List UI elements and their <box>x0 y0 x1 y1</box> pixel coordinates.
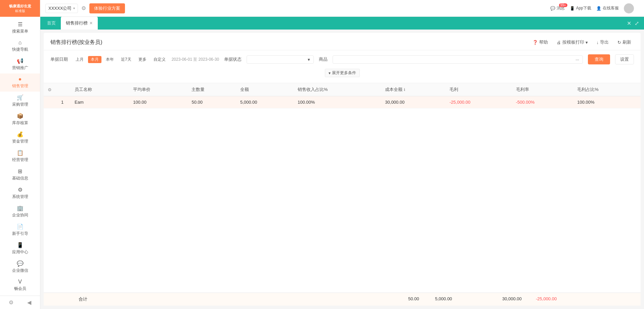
date-tab-7-days[interactable]: 近7天 <box>118 56 134 63</box>
marketing-icon: 📢 <box>17 58 24 64</box>
page-title: 销售排行榜(按业务员) <box>50 39 102 46</box>
sidebar-item-label: 营销推广 <box>12 65 28 71</box>
expand-label: 展开更多条件 <box>332 70 356 76</box>
online-service-button[interactable]: 👤 在线客服 <box>596 5 619 11</box>
search-icon: ☰ <box>18 21 23 28</box>
status-chevron-icon: ▾ <box>308 57 310 62</box>
tab-sales-rank[interactable]: 销售排行榜 ✕ <box>61 17 98 30</box>
row-qty: 50.00 <box>187 96 236 108</box>
footer-amount: 5,000.00 <box>435 296 465 302</box>
service-icon: 👤 <box>596 6 601 11</box>
col-qty: 主数量 <box>187 83 236 96</box>
sidebar-item-label: 搜索菜单 <box>12 29 28 34</box>
date-tabs: 上月 本月 本年 近7天 更多 自定义 2023-06-01 至 2023-06… <box>73 56 219 63</box>
col-avg-price: 平均单价 <box>129 83 187 96</box>
gear-icon[interactable]: ⚙ <box>81 5 86 11</box>
col-settings[interactable]: ⚙ <box>44 83 57 96</box>
col-amount: 全额 <box>236 83 294 96</box>
query-button[interactable]: 查询 <box>588 54 610 64</box>
footer-profit-rate <box>569 296 603 302</box>
export-icon: ↓ <box>597 40 599 45</box>
table-header: ⚙ 员工名称 平均单价 主数量 全额 销售收入占比% 成本全额 ℹ 毛利 毛利率… <box>44 83 641 96</box>
row-avg-price: 100.00 <box>129 96 187 108</box>
inventory-icon: 📦 <box>17 113 24 119</box>
tab-home[interactable]: 首页 <box>42 17 61 30</box>
message-button[interactable]: 💬 消息 99+ <box>550 5 565 11</box>
date-tab-more[interactable]: 更多 <box>136 56 149 63</box>
row-profit-rate: -500.00% <box>512 96 573 108</box>
quick-nav-icon: ⌂ <box>18 40 22 46</box>
table-footer: 合计 50.00 5,000.00 30,000.00 -25,000.00 <box>44 293 641 306</box>
print-label: 按模板打印 <box>562 39 584 45</box>
date-tab-this-year[interactable]: 本年 <box>103 56 117 63</box>
sidebar-item-label: 库存核算 <box>12 120 28 126</box>
sidebar-item-label: 经营管理 <box>12 157 28 163</box>
export-button[interactable]: ↓ 导出 <box>594 38 612 47</box>
date-tab-this-month[interactable]: 本月 <box>88 56 101 63</box>
sidebar-item-marketing[interactable]: 📢 营销推广 <box>0 55 40 73</box>
status-select[interactable]: ▾ <box>247 55 314 64</box>
row-settings[interactable] <box>44 96 57 108</box>
sidebar-item-operation[interactable]: 📋 经营管理 <box>0 147 40 165</box>
sidebar-item-guide[interactable]: 📄 新手引导 <box>0 221 40 239</box>
tab-bar: 首页 销售排行榜 ✕ ✕ ⤢ <box>40 17 644 30</box>
top-header: XXXXX公司 ▾ ⚙ 体验行业方案 💬 消息 99+ 📱 App下载 👤 在线… <box>40 0 644 17</box>
print-button[interactable]: 🖨 按模板打印 ▾ <box>554 38 591 47</box>
sidebar-item-inventory[interactable]: 📦 库存核算 <box>0 110 40 128</box>
sidebar-item-label: 系统管理 <box>12 194 28 200</box>
sidebar-item-purchase[interactable]: 🛒 采购管理 <box>0 92 40 110</box>
sidebar-item-search[interactable]: ☰ 搜索菜单 <box>0 18 40 37</box>
sidebar-bottom: ⚙ ◀ <box>0 296 40 309</box>
goods-select[interactable]: ··· <box>333 55 583 64</box>
sidebar-item-sales[interactable]: ● 销售管理 <box>0 73 40 92</box>
app-download-label: App下载 <box>576 5 591 11</box>
sidebar-item-label: 企业微信 <box>12 268 28 273</box>
footer-cost: 30,000.00 <box>502 296 536 302</box>
expand-conditions-button[interactable]: ▾ 展开更多条件 <box>325 69 360 77</box>
filter-settings-button[interactable]: 设置 <box>615 54 634 64</box>
page-header: 销售排行榜(按业务员) ❓ 帮助 🖨 按模板打印 ▾ ↓ 导出 <box>44 33 641 50</box>
sidebar-item-label: 资金管理 <box>12 139 28 144</box>
user-avatar[interactable] <box>624 3 634 13</box>
header-right: 💬 消息 99+ 📱 App下载 👤 在线客服 <box>550 3 639 13</box>
sidebar-item-enterprise[interactable]: 🏢 企业协同 <box>0 202 40 221</box>
content-area: 销售排行榜(按业务员) ❓ 帮助 🖨 按模板打印 ▾ ↓ 导出 <box>40 30 644 309</box>
member-icon: V <box>18 279 22 285</box>
company-name: XXXXX公司 <box>48 5 72 11</box>
sidebar-item-finance[interactable]: 💰 资金管理 <box>0 128 40 147</box>
help-button[interactable]: ❓ 帮助 <box>530 38 551 47</box>
sidebar-item-app-center[interactable]: 📱 应用中心 <box>0 239 40 258</box>
date-tab-custom[interactable]: 自定义 <box>151 56 168 63</box>
sidebar-item-system[interactable]: ⚙ 系统管理 <box>0 184 40 202</box>
enterprise-icon: 🏢 <box>17 205 24 211</box>
col-name: 员工名称 <box>71 83 129 96</box>
operation-icon: 📋 <box>17 150 24 156</box>
sidebar-settings-icon[interactable]: ⚙ <box>9 299 13 306</box>
sidebar-item-member[interactable]: V 畅会员 <box>0 276 40 294</box>
app-download-button[interactable]: 📱 App下载 <box>570 5 591 11</box>
main-area: XXXXX公司 ▾ ⚙ 体验行业方案 💬 消息 99+ 📱 App下载 👤 在线… <box>40 0 644 309</box>
col-profit-pct: 毛利占比% <box>573 83 641 96</box>
row-profit-pct: 100.00% <box>573 96 641 108</box>
sidebar: 畅康通好生意 标准版 ☰ 搜索菜单 ⌂ 快捷导航 📢 营销推广 ● 销售管理 🛒… <box>0 0 40 309</box>
sidebar-item-quick-nav[interactable]: ⌂ 快捷导航 <box>0 37 40 55</box>
tab-actions: ✕ ⤢ <box>627 20 642 27</box>
table-row[interactable]: 1 Eam 100.00 50.00 5,000.00 100.00% 30,0… <box>44 96 641 108</box>
sidebar-collapse-icon[interactable]: ◀ <box>27 299 31 306</box>
tab-minimize-icon[interactable]: ✕ <box>627 20 631 27</box>
trial-button[interactable]: 体验行业方案 <box>89 3 125 13</box>
export-label: 导出 <box>600 39 609 45</box>
tab-close-icon[interactable]: ✕ <box>89 21 93 25</box>
refresh-button[interactable]: ↻ 刷新 <box>615 38 634 47</box>
date-tab-last-month[interactable]: 上月 <box>73 56 86 63</box>
sidebar-item-label: 应用中心 <box>12 249 28 255</box>
sidebar-item-basic-info[interactable]: ⊞ 基础信息 <box>0 165 40 184</box>
col-cost: 成本全额 ℹ <box>381 83 445 96</box>
purchase-icon: 🛒 <box>17 94 24 101</box>
company-selector[interactable]: XXXXX公司 ▾ <box>45 4 78 13</box>
basic-info-icon: ⊞ <box>18 168 22 174</box>
col-sales-pct: 销售收入占比% <box>294 83 381 96</box>
tab-maximize-icon[interactable]: ⤢ <box>635 20 639 27</box>
sidebar-item-wechat[interactable]: 💬 企业微信 <box>0 258 40 276</box>
guide-icon: 📄 <box>17 223 24 230</box>
